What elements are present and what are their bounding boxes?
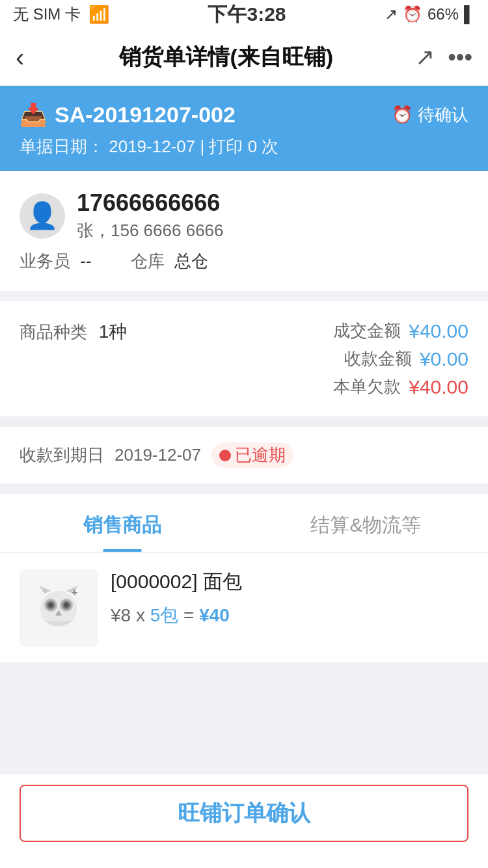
battery-label: 66% (427, 5, 459, 23)
product-section: + [0000002] 面包 ¥8 x 5包 = ¥40 (0, 553, 488, 662)
status-time: 下午3:28 (208, 1, 286, 28)
wifi-icon: 📶 (88, 5, 109, 25)
customer-row: 👤 17666666666 张，156 6666 6666 (20, 189, 468, 242)
location-icon: ↗ (385, 5, 398, 23)
order-date-value: 2019-12-07 (109, 137, 195, 156)
clock-icon: ⏰ (392, 105, 413, 125)
warehouse-item: 仓库 总仓 (131, 250, 208, 273)
summary-right: 成交金额 ¥40.00 收款金额 ¥0.00 本单欠款 ¥40.00 (333, 319, 468, 398)
page-title: 销货单详情(来自旺铺) (37, 42, 415, 72)
more-button[interactable]: ••• (448, 44, 472, 71)
product-info: [0000002] 面包 ¥8 x 5包 = ¥40 (111, 569, 468, 628)
order-status-text: 待确认 (418, 103, 468, 126)
nav-bar: ‹ 销货单详情(来自旺铺) ↗︎ ••• (0, 29, 488, 86)
customer-meta: 业务员 -- 仓库 总仓 (20, 250, 468, 273)
warehouse-value: 总仓 (174, 251, 208, 271)
received-label: 收款金额 (344, 347, 412, 370)
content-background (0, 662, 488, 793)
customer-phone: 17666666666 (77, 189, 224, 217)
order-id: 📥 SA-20191207-002 (20, 102, 236, 128)
due-date-value: 2019-12-07 (115, 445, 201, 465)
product-type-row: 商品种类 1种 (20, 319, 127, 344)
back-button[interactable]: ‹ (16, 44, 24, 70)
order-status: ⏰ 待确认 (392, 103, 468, 126)
order-print-info: | 打印 0 次 (200, 137, 278, 156)
tabs-row: 销售商品 结算&物流等 (0, 494, 488, 553)
order-date-row: 单据日期： 2019-12-07 | 打印 0 次 (20, 135, 468, 158)
product-logo-icon: + (33, 582, 85, 634)
summary-left: 商品种类 1种 (20, 319, 127, 344)
share-button[interactable]: ↗︎ (415, 44, 435, 71)
tabs-section: 销售商品 结算&物流等 (0, 494, 488, 553)
order-header-card: 📥 SA-20191207-002 ⏰ 待确认 单据日期： 2019-12-07… (0, 86, 488, 171)
product-equals: = (183, 605, 199, 625)
salesperson-label: 业务员 (20, 251, 70, 271)
order-id-text: SA-20191207-002 (55, 102, 236, 128)
svg-point-6 (64, 603, 69, 608)
tab-sales-products[interactable]: 销售商品 (0, 494, 244, 552)
avatar: 👤 (20, 193, 65, 239)
battery-icon: ▌ (464, 5, 475, 23)
received-row: 收款金额 ¥0.00 (344, 347, 468, 370)
product-price-prefix: ¥8 x (111, 605, 150, 625)
received-value: ¥0.00 (420, 348, 468, 370)
customer-info: 17666666666 张，156 6666 6666 (77, 189, 224, 242)
confirm-order-button[interactable]: 旺铺订单确认 (20, 785, 468, 842)
svg-point-5 (48, 603, 53, 608)
customer-name: 张，156 6666 6666 (77, 219, 224, 242)
avatar-icon: 👤 (26, 200, 59, 231)
status-left: 无 SIM 卡 📶 (13, 4, 109, 25)
amount-value: ¥40.00 (409, 320, 468, 342)
owed-label: 本单欠款 (333, 375, 401, 398)
status-right: ↗ ⏰ 66% ▌ (385, 5, 475, 23)
nav-actions: ↗︎ ••• (415, 44, 472, 71)
summary-section: 商品种类 1种 成交金额 ¥40.00 收款金额 ¥0.00 本单欠款 ¥40.… (0, 301, 488, 416)
svg-text:+: + (72, 587, 77, 598)
product-quantity: 5包 (150, 605, 179, 625)
overdue-badge: 已逾期 (211, 442, 293, 468)
bottom-bar: 旺铺订单确认 (0, 774, 488, 868)
owed-row: 本单欠款 ¥40.00 (333, 375, 468, 398)
salesperson-item: 业务员 -- (20, 250, 92, 273)
overdue-dot-icon (219, 450, 231, 461)
customer-section: 👤 17666666666 张，156 6666 6666 业务员 -- 仓库 … (0, 171, 488, 291)
order-header-top: 📥 SA-20191207-002 ⏰ 待确认 (20, 102, 468, 128)
warehouse-label: 仓库 (131, 251, 165, 271)
product-price-row: ¥8 x 5包 = ¥40 (111, 603, 468, 628)
product-name-text: 面包 (203, 571, 242, 592)
product-type-value: 1种 (99, 321, 128, 342)
alarm-icon: ⏰ (403, 5, 422, 23)
due-label: 收款到期日 (20, 444, 104, 467)
tab-settlement-logistics[interactable]: 结算&物流等 (244, 494, 488, 552)
order-icon: 📥 (20, 102, 47, 128)
amount-label: 成交金额 (333, 319, 401, 342)
due-section: 收款到期日 2019-12-07 已逾期 (0, 427, 488, 483)
salesperson-value: -- (80, 251, 91, 271)
amount-row: 成交金额 ¥40.00 (333, 319, 468, 342)
svg-marker-8 (39, 586, 51, 593)
status-bar: 无 SIM 卡 📶 下午3:28 ↗ ⏰ 66% ▌ (0, 0, 488, 29)
product-total: ¥40 (199, 605, 230, 625)
overdue-text: 已逾期 (235, 444, 286, 467)
product-thumbnail: + (20, 569, 98, 647)
owed-value: ¥40.00 (409, 376, 468, 398)
order-date-label: 单据日期： (20, 137, 104, 156)
product-type-label: 商品种类 (20, 322, 87, 342)
no-sim-label: 无 SIM 卡 (13, 4, 81, 25)
product-code: [0000002] (111, 571, 197, 592)
product-name: [0000002] 面包 (111, 569, 468, 595)
